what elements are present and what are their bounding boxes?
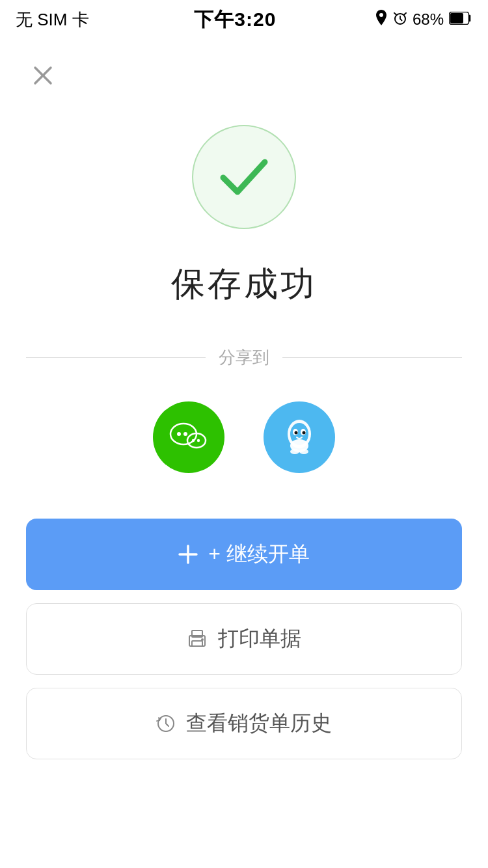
svg-point-25	[201, 638, 204, 641]
share-label: 分享到	[219, 346, 269, 369]
svg-point-9	[192, 439, 195, 442]
print-button[interactable]: 打印单据	[26, 603, 462, 675]
print-label: 打印单据	[218, 625, 301, 653]
location-icon	[375, 10, 388, 29]
carrier-text: 无 SIM 卡	[16, 8, 89, 31]
svg-point-6	[177, 432, 181, 436]
svg-point-15	[295, 431, 298, 435]
alarm-icon	[393, 10, 407, 29]
share-divider: 分享到	[26, 346, 462, 369]
svg-point-7	[183, 432, 187, 436]
history-label: 查看销货单历史	[186, 709, 332, 738]
success-title: 保存成功	[171, 262, 317, 307]
continue-button[interactable]: + 继续开单	[26, 519, 462, 590]
status-right: 68%	[375, 10, 472, 29]
share-wechat-button[interactable]	[153, 401, 224, 473]
svg-rect-24	[192, 641, 202, 646]
history-button[interactable]: 查看销货单历史	[26, 688, 462, 759]
svg-point-19	[290, 439, 308, 452]
divider-line-left	[26, 357, 206, 358]
action-buttons: + 继续开单 打印单据 查看销货单历史	[26, 519, 462, 759]
main-content: 保存成功 分享到	[0, 99, 488, 868]
share-icons-row	[26, 401, 462, 473]
share-qq-button[interactable]	[264, 401, 335, 473]
divider-line-right	[282, 357, 462, 358]
status-left: 无 SIM 卡	[16, 8, 96, 31]
close-area	[0, 39, 488, 99]
close-button[interactable]	[26, 59, 60, 92]
svg-rect-2	[450, 13, 463, 23]
battery-percent: 68%	[413, 10, 444, 29]
status-bar: 无 SIM 卡 下午3:20 68%	[0, 0, 488, 39]
svg-point-16	[303, 431, 306, 435]
continue-label: + 继续开单	[208, 540, 310, 569]
battery-icon	[449, 10, 472, 29]
status-time: 下午3:20	[194, 7, 276, 33]
success-icon-circle	[192, 125, 296, 229]
svg-point-10	[197, 439, 200, 442]
